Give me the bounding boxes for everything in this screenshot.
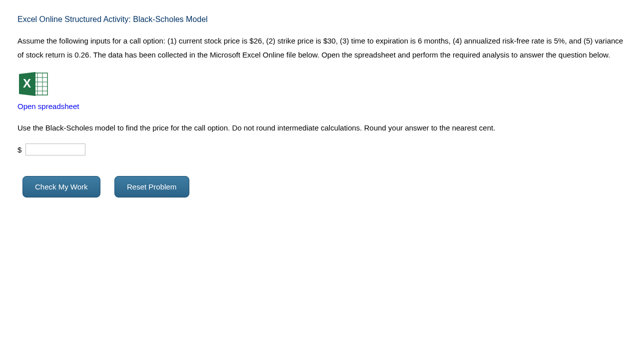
reset-problem-button[interactable]: Reset Problem [114, 176, 189, 198]
question-text: Use the Black-Scholes model to find the … [17, 122, 627, 134]
open-spreadsheet-link[interactable]: Open spreadsheet [17, 100, 79, 113]
svg-text:X: X [23, 76, 31, 90]
excel-icon-wrapper[interactable]: X [17, 71, 627, 97]
currency-symbol: $ [17, 144, 21, 156]
problem-description: Assume the following inputs for a call o… [17, 34, 627, 62]
answer-input[interactable] [25, 144, 85, 156]
check-my-work-button[interactable]: Check My Work [22, 176, 100, 198]
excel-icon: X [17, 71, 49, 97]
answer-row: $ [17, 144, 627, 156]
activity-title: Excel Online Structured Activity: Black-… [17, 12, 627, 26]
buttons-row: Check My Work Reset Problem [17, 176, 627, 198]
